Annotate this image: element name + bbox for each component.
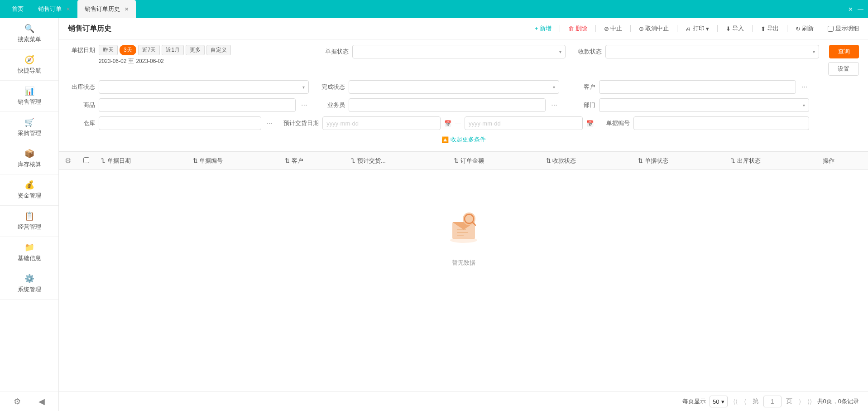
sidebar-item-system-mgmt[interactable]: ⚙️ 系统管理: [0, 268, 58, 300]
tab-home[interactable]: 首页: [5, 0, 31, 18]
add-button[interactable]: + 新增: [532, 23, 554, 34]
warehouse-input[interactable]: [99, 116, 261, 130]
empty-state-illustration: [441, 206, 486, 251]
stop-button[interactable]: ⊘ 中止: [601, 23, 625, 34]
date-btn-more[interactable]: 更多: [186, 45, 205, 55]
content-area: 销售订单历史 + 新增 🗑 删除 ⊘ 中止 ⊙ 取消中止: [59, 18, 868, 411]
sidebar-item-purchase-mgmt[interactable]: 🛒 采购管理: [0, 112, 58, 143]
sidebar-item-finance[interactable]: 💰 资金管理: [0, 174, 58, 206]
sidebar-item-quick-nav[interactable]: 🧭 快捷导航: [0, 49, 58, 81]
complete-status-select[interactable]: ▾: [349, 80, 559, 94]
basic-info-icon: 📁: [24, 242, 34, 252]
table-header-customer[interactable]: ⇅ 客户: [279, 152, 345, 170]
top-bar-close[interactable]: ✕: [848, 6, 853, 13]
empty-state: 暂无数据: [59, 170, 868, 303]
salesperson-ellipsis[interactable]: ···: [549, 101, 559, 109]
delete-icon: 🗑: [568, 25, 574, 32]
system-mgmt-icon: ⚙️: [24, 274, 34, 284]
top-bar-minimize[interactable]: —: [858, 6, 863, 13]
date-btn-1month[interactable]: 近1月: [162, 45, 184, 55]
page-label-post: 页: [784, 396, 794, 406]
outbound-status-label: 出库状态: [68, 83, 95, 91]
product-input[interactable]: [99, 98, 296, 112]
toolbar: + 新增 🗑 删除 ⊘ 中止 ⊙ 取消中止 🖨: [532, 23, 859, 34]
divider-2: [595, 25, 596, 32]
salesperson-input[interactable]: [349, 98, 546, 112]
sidebar-item-basic-info[interactable]: 📁 基础信息: [0, 237, 58, 268]
department-select[interactable]: ▾: [599, 98, 809, 112]
sidebar-item-quick-nav-label: 快捷导航: [18, 67, 41, 75]
table-header-delivery-label: ⇅ 预计交货...: [350, 157, 385, 164]
divider-1: [560, 25, 560, 32]
calendar-icon-to[interactable]: 📅: [586, 120, 594, 127]
warehouse-ellipsis[interactable]: ···: [265, 119, 274, 127]
sidebar-bottom: ⚙ ◀: [0, 392, 58, 411]
table-header-order-no[interactable]: ⇅ 单据编号: [187, 152, 280, 170]
delivery-date-to[interactable]: yyyy-mm-dd: [465, 116, 583, 130]
date-to: 2023-06-02: [136, 58, 163, 64]
print-button[interactable]: 🖨 打印 ▾: [683, 23, 712, 34]
table-header-outbound[interactable]: ⇅ 出库状态: [725, 152, 817, 170]
table-select-all[interactable]: [83, 157, 89, 163]
page-title: 销售订单历史: [68, 24, 111, 34]
import-button[interactable]: ⬇ 导入: [723, 23, 747, 34]
date-btn-3days[interactable]: 3天: [120, 45, 136, 55]
sidebar-item-operations[interactable]: 📋 经营管理: [0, 206, 58, 237]
page-next[interactable]: ⟩: [797, 397, 803, 406]
print-icon: 🖨: [686, 25, 691, 32]
table-header-amount[interactable]: ⇅ 订单金额: [448, 152, 541, 170]
page-last[interactable]: ⟩⟩: [806, 397, 814, 406]
table-header-date[interactable]: ⇅ 单据日期: [95, 152, 187, 170]
sidebar-item-purchase-mgmt-label: 采购管理: [18, 129, 41, 137]
data-table: ⚙ ⇅ 单据日期 ⇅ 单据编号 ⇅ 客户: [59, 151, 868, 303]
table-header-delivery[interactable]: ⇅ 预计交货...: [345, 152, 448, 170]
sidebar-item-inventory[interactable]: 📦 库存核算: [0, 143, 58, 174]
date-btn-today[interactable]: 昨天: [99, 45, 118, 55]
date-btn-custom[interactable]: 自定义: [206, 45, 231, 55]
refresh-button[interactable]: ↻ 刷新: [793, 23, 816, 34]
sidebar-item-system-mgmt-label: 系统管理: [18, 285, 41, 294]
order-no-input[interactable]: [633, 116, 809, 130]
display-toggle[interactable]: 显示明细: [828, 24, 859, 33]
page-first[interactable]: ⟨⟨: [731, 397, 739, 406]
tab-sales-order-history-close[interactable]: ✕: [125, 6, 129, 12]
sidebar-settings-icon[interactable]: ⚙: [14, 396, 21, 406]
tab-sales-order[interactable]: 销售订单 ✕: [31, 0, 77, 18]
cancel-stop-button[interactable]: ⊙ 取消中止: [636, 23, 671, 34]
salesperson-label: 业务员: [318, 101, 345, 109]
sidebar-item-sales-mgmt[interactable]: 📊 销售管理: [0, 81, 58, 112]
sidebar-collapse-icon[interactable]: ◀: [38, 396, 45, 406]
product-ellipsis[interactable]: ···: [299, 101, 309, 109]
inventory-icon: 📦: [24, 149, 34, 159]
calendar-icon-from[interactable]: 📅: [444, 120, 451, 127]
query-button[interactable]: 查询: [829, 45, 859, 58]
table-header-payment-status[interactable]: ⇅ 收款状态: [541, 152, 633, 170]
customer-ellipsis[interactable]: ···: [800, 83, 809, 91]
table-settings-icon[interactable]: ⚙: [65, 157, 71, 164]
date-buttons: 昨天 3天 近7天 近1月 更多 自定义: [99, 45, 231, 55]
export-icon: ⬆: [761, 25, 766, 32]
payment-status-select[interactable]: ▾: [605, 45, 819, 58]
table-header-order-status-label: ⇅ 单据状态: [638, 157, 668, 164]
sidebar-item-search-menu[interactable]: 🔍 搜索菜单: [0, 18, 58, 49]
customer-input[interactable]: [599, 80, 796, 94]
export-button[interactable]: ⬆ 导出: [758, 23, 782, 34]
delivery-date-from[interactable]: yyyy-mm-dd: [322, 116, 441, 130]
tab-sales-order-close[interactable]: ✕: [66, 6, 70, 12]
set-button[interactable]: 设置: [828, 62, 859, 76]
department-label: 部门: [568, 101, 595, 109]
date-btn-7days[interactable]: 近7天: [138, 45, 160, 55]
page-prev[interactable]: ⟨: [742, 397, 748, 406]
sidebar-item-sales-mgmt-label: 销售管理: [18, 98, 41, 106]
table-header-order-status[interactable]: ⇅ 单据状态: [633, 152, 725, 170]
outbound-status-arrow: ▾: [302, 85, 305, 90]
page-input[interactable]: 1: [763, 396, 782, 407]
tab-sales-order-history[interactable]: 销售订单历史 ✕: [77, 0, 136, 18]
outbound-status-select[interactable]: ▾: [99, 80, 309, 94]
delete-button[interactable]: 🗑 删除: [566, 23, 590, 34]
collapse-btn[interactable]: 🔼 收起更多条件: [441, 134, 486, 145]
order-status-select[interactable]: ▾: [352, 45, 566, 58]
display-toggle-checkbox[interactable]: [828, 26, 834, 32]
product-label: 商品: [68, 101, 95, 109]
page-size-select[interactable]: 50 ▾: [710, 396, 727, 407]
